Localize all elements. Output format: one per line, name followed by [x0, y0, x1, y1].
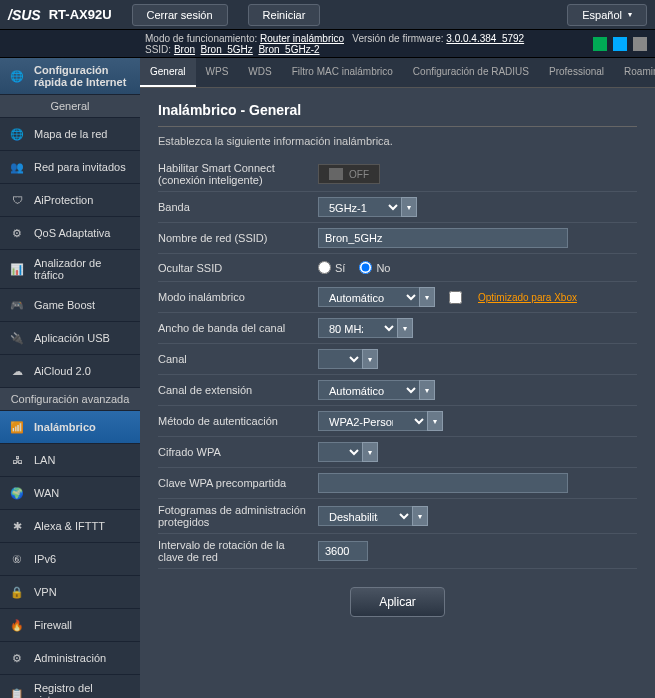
tab[interactable]: General: [140, 58, 196, 87]
mode-link[interactable]: Router inalámbrico: [260, 33, 344, 44]
panel-title: Inalámbrico - General: [158, 102, 637, 127]
sidebar-item[interactable]: ⑥IPv6: [0, 543, 140, 576]
menu-icon: 📋: [8, 685, 26, 698]
hide-ssid-yes[interactable]: Sí: [318, 261, 345, 274]
menu-icon: 👥: [8, 158, 26, 176]
sidebar-item[interactable]: 🌍WAN: [0, 477, 140, 510]
menu-icon: ☁: [8, 362, 26, 380]
tab[interactable]: Professional: [539, 58, 614, 87]
ssid-link-3[interactable]: Bron_5GHz-2: [258, 44, 319, 55]
globe-icon: 🌐: [8, 67, 26, 85]
aimesh-icon[interactable]: [593, 37, 607, 51]
encryption-select[interactable]: AES: [318, 442, 363, 462]
info-bar: Modo de funcionamiento: Router inalámbri…: [0, 30, 655, 58]
sidebar-item[interactable]: 📊Analizador de tráfico: [0, 250, 140, 289]
menu-icon: 🖧: [8, 451, 26, 469]
apply-button[interactable]: Aplicar: [350, 587, 445, 617]
sidebar-item[interactable]: 👥Red para invitados: [0, 151, 140, 184]
chevron-down-icon: ▾: [401, 197, 417, 217]
sidebar-item[interactable]: 🌐Mapa de la red: [0, 118, 140, 151]
menu-icon: 🔌: [8, 329, 26, 347]
chevron-down-icon: ▾: [362, 442, 378, 462]
usb-icon[interactable]: [613, 37, 627, 51]
firmware-link[interactable]: 3.0.0.4.384_5792: [446, 33, 524, 44]
sidebar-item[interactable]: 🔥Firewall: [0, 609, 140, 642]
tab[interactable]: Configuración de RADIUS: [403, 58, 539, 87]
content-area: GeneralWPSWDSFiltro MAC inalámbricoConfi…: [140, 58, 655, 698]
logo: /SUS: [8, 7, 41, 23]
band-select[interactable]: 5GHz-1: [318, 197, 402, 217]
reset-icon[interactable]: [633, 37, 647, 51]
tab[interactable]: Roaming Block List: [614, 58, 655, 87]
chevron-down-icon: ▾: [419, 287, 435, 307]
hide-ssid-no[interactable]: No: [359, 261, 390, 274]
logout-button[interactable]: Cerrar sesión: [132, 4, 228, 26]
pmf-select[interactable]: Deshabilitar: [318, 506, 413, 526]
ssid-link-2[interactable]: Bron_5GHz: [201, 44, 253, 55]
reboot-button[interactable]: Reiniciar: [248, 4, 321, 26]
sidebar-item[interactable]: ⚙Administración: [0, 642, 140, 675]
sidebar-item[interactable]: ⚙QoS Adaptativa: [0, 217, 140, 250]
sidebar-item[interactable]: 🔌Aplicación USB: [0, 322, 140, 355]
sidebar-item[interactable]: ☁AiCloud 2.0: [0, 355, 140, 388]
menu-icon: 🔥: [8, 616, 26, 634]
language-select[interactable]: Español: [567, 4, 647, 26]
menu-icon: 🛡: [8, 191, 26, 209]
rotation-input[interactable]: [318, 541, 368, 561]
tab[interactable]: WPS: [196, 58, 239, 87]
bandwidth-select[interactable]: 80 MHz: [318, 318, 398, 338]
top-bar: /SUS RT-AX92U Cerrar sesión Reiniciar Es…: [0, 0, 655, 30]
ext-channel-select[interactable]: Automático: [318, 380, 420, 400]
chevron-down-icon: ▾: [427, 411, 443, 431]
sidebar-general-header: General: [0, 95, 140, 118]
sidebar-item[interactable]: 🛡AiProtection: [0, 184, 140, 217]
menu-icon: 🔒: [8, 583, 26, 601]
sidebar-item[interactable]: 🖧LAN: [0, 444, 140, 477]
chevron-down-icon: ▾: [412, 506, 428, 526]
menu-icon: ⚙: [8, 224, 26, 242]
channel-select[interactable]: 44: [318, 349, 363, 369]
sidebar-item[interactable]: 🎮Game Boost: [0, 289, 140, 322]
menu-icon: 🌍: [8, 484, 26, 502]
menu-icon: 📶: [8, 418, 26, 436]
ssid-input[interactable]: [318, 228, 568, 248]
auth-select[interactable]: WPA2-Personal: [318, 411, 428, 431]
sidebar: 🌐 Configuración rápida de Internet Gener…: [0, 58, 140, 698]
chevron-down-icon: ▾: [397, 318, 413, 338]
xbox-checkbox[interactable]: [449, 291, 462, 304]
sidebar-quick-setup[interactable]: 🌐 Configuración rápida de Internet: [0, 58, 140, 95]
model-name: RT-AX92U: [49, 7, 112, 22]
wpa-key-input[interactable]: [318, 473, 568, 493]
sidebar-item[interactable]: ✱Alexa & IFTTT: [0, 510, 140, 543]
sidebar-advanced-header: Configuración avanzada: [0, 388, 140, 411]
xbox-link[interactable]: Optimizado para Xbox: [478, 292, 577, 303]
menu-icon: ✱: [8, 517, 26, 535]
chevron-down-icon: ▾: [362, 349, 378, 369]
sidebar-item[interactable]: 🔒VPN: [0, 576, 140, 609]
menu-icon: ⑥: [8, 550, 26, 568]
wireless-mode-select[interactable]: Automático: [318, 287, 420, 307]
sidebar-item[interactable]: 📶Inalámbrico: [0, 411, 140, 444]
tab[interactable]: Filtro MAC inalámbrico: [282, 58, 403, 87]
tab[interactable]: WDS: [238, 58, 281, 87]
menu-icon: 📊: [8, 260, 26, 278]
smart-connect-toggle[interactable]: OFF: [318, 164, 380, 184]
panel-desc: Establezca la siguiente información inal…: [158, 135, 637, 147]
menu-icon: ⚙: [8, 649, 26, 667]
menu-icon: 🌐: [8, 125, 26, 143]
status-icons: [593, 37, 647, 51]
menu-icon: 🎮: [8, 296, 26, 314]
sidebar-item[interactable]: 📋Registro del sistema: [0, 675, 140, 698]
chevron-down-icon: ▾: [419, 380, 435, 400]
tabs: GeneralWPSWDSFiltro MAC inalámbricoConfi…: [140, 58, 655, 88]
ssid-link-1[interactable]: Bron: [174, 44, 195, 55]
